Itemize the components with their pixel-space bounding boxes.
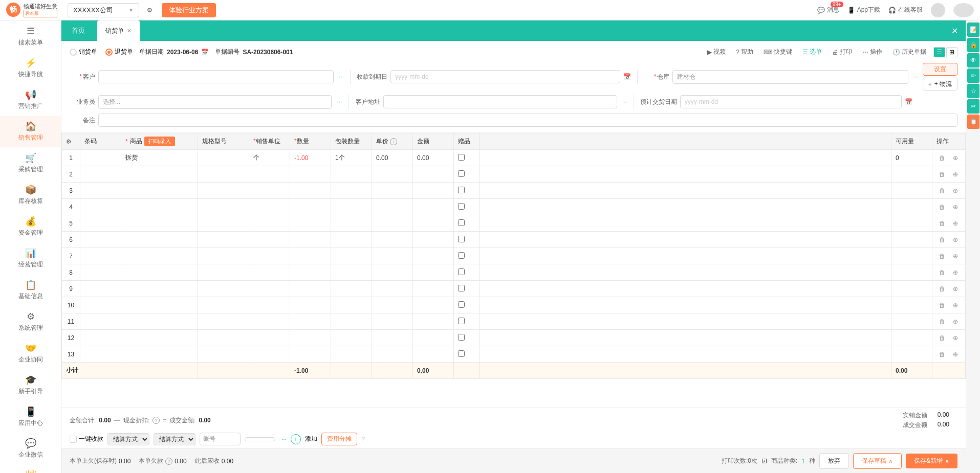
gift-checkbox[interactable] <box>458 350 465 357</box>
row-unit[interactable] <box>249 281 290 297</box>
gift-checkbox[interactable] <box>458 285 465 291</box>
payment-more-icon[interactable]: ··· <box>281 436 287 443</box>
row-copy-btn[interactable]: ⊕ <box>950 169 961 180</box>
row-spec[interactable] <box>198 183 249 199</box>
operation-btn[interactable]: ⋯ 操作 <box>859 46 885 58</box>
row-spec[interactable] <box>198 199 249 215</box>
select-order-btn[interactable]: ☰ 选单 <box>799 46 825 58</box>
row-amount[interactable] <box>413 346 454 363</box>
expense-split-btn[interactable]: 费用分摊 <box>321 433 357 445</box>
right-panel-eye-btn[interactable]: 👁 <box>967 53 979 67</box>
sidebar-item-enterprise-wechat[interactable]: 💬 企业微信 <box>0 433 61 464</box>
row-qty[interactable] <box>290 248 331 264</box>
row-unit[interactable] <box>249 232 290 248</box>
row-delete-btn[interactable]: 🗑 <box>937 234 948 245</box>
row-barcode[interactable] <box>80 313 121 330</box>
company-settings-icon[interactable]: ⚙ <box>142 3 157 17</box>
row-spec[interactable] <box>198 330 249 346</box>
row-price[interactable] <box>372 313 413 330</box>
row-barcode[interactable] <box>80 199 121 215</box>
row-qty[interactable] <box>290 183 331 199</box>
row-price[interactable] <box>372 199 413 215</box>
row-barcode[interactable] <box>80 264 121 281</box>
tab-home[interactable]: 首页 <box>61 20 95 41</box>
row-unit[interactable]: 个 <box>249 150 290 166</box>
sidebar-item-app-center[interactable]: 📱 应用中心 <box>0 401 61 433</box>
row-gift[interactable] <box>454 166 480 183</box>
row-delete-btn[interactable]: 🗑 <box>937 332 948 344</box>
sidebar-item-marketing[interactable]: 📢 营销推广 <box>0 84 61 116</box>
add-logistics-btn[interactable]: + + 物流 <box>923 78 957 91</box>
row-price[interactable]: 0.00 <box>372 150 413 166</box>
row-delete-btn[interactable]: 🗑 <box>937 283 948 295</box>
row-spec[interactable] <box>198 248 249 264</box>
row-product[interactable] <box>121 264 198 281</box>
discard-btn[interactable]: 放弃 <box>819 453 849 469</box>
gift-checkbox[interactable] <box>458 318 465 324</box>
row-gift[interactable] <box>454 346 480 363</box>
sidebar-item-enterprise[interactable]: 🤝 企业协同 <box>0 337 61 369</box>
row-price[interactable] <box>372 215 413 232</box>
row-pkg-qty[interactable] <box>331 215 372 232</box>
row-amount[interactable] <box>413 264 454 281</box>
row-gift[interactable] <box>454 215 480 232</box>
sidebar-item-search-order[interactable]: ☰ 搜索菜单 <box>0 20 61 52</box>
row-barcode[interactable] <box>80 297 121 313</box>
row-pkg-qty[interactable] <box>331 281 372 297</box>
gift-checkbox[interactable] <box>458 301 465 308</box>
row-product[interactable] <box>121 183 198 199</box>
row-copy-btn[interactable]: ⊕ <box>950 349 961 360</box>
scan-btn[interactable]: 扫码录入 <box>144 137 175 146</box>
sidebar-item-member[interactable]: 👑 畅会员 <box>0 464 61 473</box>
row-copy-btn[interactable]: ⊕ <box>950 218 961 229</box>
row-delete-btn[interactable]: 🗑 <box>937 267 948 278</box>
gift-checkbox[interactable] <box>458 236 465 242</box>
row-delete-btn[interactable]: 🗑 <box>937 201 948 213</box>
row-price[interactable] <box>372 281 413 297</box>
history-btn[interactable]: 🕐 历史单据 <box>889 46 929 58</box>
row-qty[interactable] <box>290 281 331 297</box>
expense-help-icon[interactable]: ? <box>361 436 365 443</box>
row-gift[interactable] <box>454 330 480 346</box>
row-delete-btn[interactable]: 🗑 <box>937 251 948 262</box>
row-gift[interactable] <box>454 150 480 166</box>
row-price[interactable] <box>372 297 413 313</box>
sidebar-item-purchase-mgmt[interactable]: 🛒 采购管理 <box>0 147 61 179</box>
row-gift[interactable] <box>454 264 480 281</box>
row-barcode[interactable] <box>80 183 121 199</box>
discount-info-icon[interactable]: ? <box>153 417 160 424</box>
right-panel-orange-btn[interactable]: 📋 <box>967 115 979 129</box>
row-pkg-qty[interactable] <box>331 248 372 264</box>
customer-input[interactable] <box>98 70 334 83</box>
sidebar-item-operations[interactable]: 📊 经营管理 <box>0 242 61 274</box>
right-panel-edit-btn[interactable]: ✏ <box>967 69 979 83</box>
row-pkg-qty[interactable] <box>331 346 372 363</box>
row-barcode[interactable] <box>80 215 121 232</box>
print-btn[interactable]: 🖨 打印 <box>829 46 855 58</box>
gift-checkbox[interactable] <box>458 170 465 177</box>
right-panel-star-btn[interactable]: ☆ <box>967 84 979 98</box>
row-gift[interactable] <box>454 313 480 330</box>
payment-calendar-icon[interactable]: 📅 <box>623 73 631 80</box>
row-barcode[interactable] <box>80 248 121 264</box>
row-copy-btn[interactable]: ⊕ <box>950 300 961 311</box>
row-amount[interactable] <box>413 166 454 183</box>
row-copy-btn[interactable]: ⊕ <box>950 283 961 295</box>
row-price[interactable] <box>372 232 413 248</box>
row-delete-btn[interactable]: 🗑 <box>937 349 948 360</box>
row-qty[interactable] <box>290 232 331 248</box>
row-qty[interactable] <box>290 313 331 330</box>
row-gift[interactable] <box>454 232 480 248</box>
row-copy-btn[interactable]: ⊕ <box>950 251 961 262</box>
price-info-icon[interactable]: i <box>390 138 397 145</box>
experience-btn[interactable]: 体验行业方案 <box>162 3 216 17</box>
row-unit[interactable] <box>249 166 290 183</box>
sidebar-item-system-mgmt[interactable]: ⚙ 系统管理 <box>0 306 61 337</box>
app-download-btn[interactable]: 📱 App下载 <box>847 6 880 14</box>
row-delete-btn[interactable]: 🗑 <box>937 169 948 180</box>
row-qty[interactable] <box>290 199 331 215</box>
row-delete-btn[interactable]: 🗑 <box>937 316 948 327</box>
row-unit[interactable] <box>249 346 290 363</box>
calendar-icon[interactable]: 📅 <box>201 49 209 56</box>
delivery-calendar-icon[interactable]: 📅 <box>905 98 912 105</box>
